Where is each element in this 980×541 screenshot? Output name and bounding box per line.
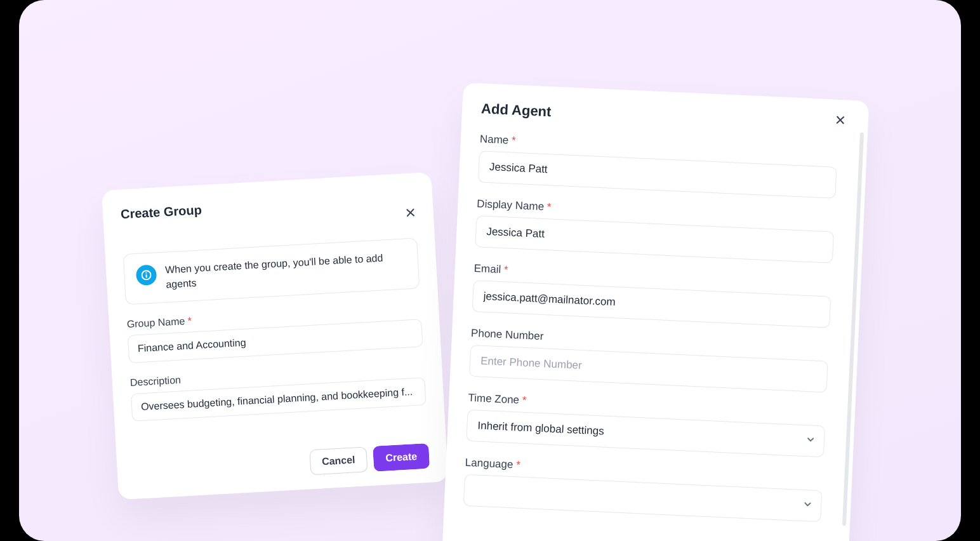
agent-phone-field: Phone Number [469,327,839,393]
close-icon[interactable] [831,110,849,129]
add-agent-modal: Add Agent Name * Display Name * Email * … [442,83,869,541]
info-icon [136,264,157,286]
agent-language-field: Language * [463,457,833,523]
add-agent-title: Add Agent [481,100,552,120]
svg-rect-1 [145,274,147,277]
info-banner-text: When you create the group, you'll be abl… [164,249,407,292]
create-group-actions: Cancel Create [135,443,430,485]
create-group-title: Create Group [121,203,202,222]
cancel-button[interactable]: Cancel [309,447,368,476]
agent-email-field: Email * [472,262,842,328]
group-name-field: Group Name * [126,303,423,364]
agent-name-field: Name * [478,133,848,199]
close-icon[interactable] [401,203,420,222]
agent-timezone-field: Time Zone * [466,392,836,458]
create-button[interactable]: Create [373,443,430,472]
background-canvas: Create Group When you create the group, … [19,0,961,541]
create-group-modal: Create Group When you create the group, … [102,172,448,500]
svg-rect-2 [145,272,147,274]
description-field: Description [130,361,427,422]
info-banner: When you create the group, you'll be abl… [123,237,420,305]
create-group-header: Create Group [121,190,416,225]
agent-display-name-field: Display Name * [475,197,845,264]
add-agent-header: Add Agent [481,100,850,134]
